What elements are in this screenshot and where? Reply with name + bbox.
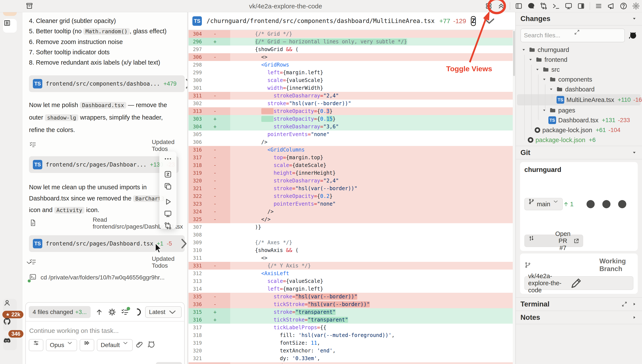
mode-dropdown[interactable]: Default: [97, 339, 133, 351]
more-options-button[interactable]: [579, 177, 633, 231]
topbar-settings-icon[interactable]: [631, 1, 641, 11]
diff-row[interactable]: 336- tickStroke="hsl(var(--border))": [189, 300, 515, 308]
diff-row[interactable]: 342- dx: -4,: [189, 362, 515, 364]
diff-row[interactable]: 314 left={margin.left}: [189, 285, 515, 293]
file-chip-multilinearea[interactable]: TS frontend/src/components/dashboa... +4…: [29, 75, 185, 92]
topbar-chat-bubble-icon[interactable]: [526, 1, 536, 11]
topbar-terminal-icon[interactable]: [551, 1, 561, 11]
topbar-menu-icon[interactable]: [594, 1, 603, 11]
tree-item-multilinearea-tsx[interactable]: TSMultiLineArea.tsx+110-162: [517, 94, 641, 106]
tree-item-package-lock-json[interactable]: package-lock.json+61-104: [516, 125, 642, 135]
chevron-down-icon[interactable]: [25, 259, 179, 268]
scroll-up-button[interactable]: [95, 308, 104, 316]
diff-row[interactable]: 309 {/* Axes */}: [189, 239, 515, 246]
git-section-header[interactable]: Git: [516, 146, 642, 159]
diff-row[interactable]: 310 {showAxis && (: [189, 246, 515, 254]
diff-row[interactable]: 302 stroke="hsl(var(--border))": [189, 100, 515, 107]
composer-settings-button[interactable]: [29, 339, 43, 351]
scrollbar-thumb[interactable]: [513, 31, 515, 76]
collapse-triangle-icon[interactable]: [631, 150, 637, 156]
diff-row[interactable]: 325- </>: [189, 216, 515, 223]
palette-copy-icon[interactable]: [164, 182, 172, 190]
diff-row[interactable]: 313- strokeOpacity={0.3}: [189, 107, 515, 115]
diff-row[interactable]: 322- strokeOpacity={0.2}: [189, 192, 515, 200]
diff-row[interactable]: 306- <>: [189, 53, 515, 61]
edit-branch-icon[interactable]: [570, 277, 629, 290]
diff-row[interactable]: 311 <>: [189, 254, 515, 262]
files-changed-pill[interactable]: 4 files changed +3...: [29, 306, 91, 318]
rail-github-button[interactable]: [3, 317, 17, 331]
diff-row[interactable]: 316+ tickStroke="transparent": [189, 316, 515, 324]
expand-icon[interactable]: [621, 301, 627, 307]
tree-item-dashboard-tsx[interactable]: TSDashboard.tsx+131-233: [516, 115, 642, 125]
diff-row[interactable]: 313 scale={valueScale}: [189, 277, 515, 285]
palette-dots-h-icon[interactable]: [164, 154, 172, 163]
palette-z-logo-icon[interactable]: [164, 170, 172, 178]
topbar-git-compare-icon[interactable]: [539, 1, 548, 11]
diff-row[interactable]: 307 )}: [189, 223, 515, 231]
message-input[interactable]: Continue working on this task...: [26, 322, 184, 334]
expand-triangle-icon[interactable]: [631, 314, 637, 320]
diff-row[interactable]: 301 width={innerWidth}: [189, 84, 515, 92]
z-logo-button[interactable]: Z: [471, 16, 476, 26]
updated-todos-row[interactable]: Updated Todos: [29, 141, 183, 150]
fast-forward-button[interactable]: [80, 339, 94, 351]
notes-section-header[interactable]: Notes: [516, 311, 642, 324]
diff-row[interactable]: 317 tickLabelProps={{: [189, 324, 515, 332]
diff-row[interactable]: 335- stroke="hsl(var(--border))": [189, 293, 515, 300]
search-files-input[interactable]: [524, 32, 571, 39]
diff-row[interactable]: 321- stroke="hsl(var(--border))": [189, 184, 515, 192]
diff-row[interactable]: 318- scale={dateScale}: [189, 162, 515, 169]
attach-button[interactable]: [135, 340, 145, 350]
topbar-monitor-icon[interactable]: [564, 1, 573, 11]
rail-discord-button[interactable]: [3, 336, 17, 350]
collapse-triangle-icon[interactable]: [631, 16, 637, 22]
diff-row[interactable]: 296+ {/* Grid — horizontal lines only, v…: [189, 38, 515, 46]
updated-todos-row-2[interactable]: Updated Todos: [29, 258, 183, 266]
search-files-box[interactable]: [520, 28, 625, 42]
diff-row[interactable]: 317- top={margin.top}: [189, 154, 515, 162]
diff-row[interactable]: 299 left={margin.left}: [189, 69, 515, 76]
palette-git-compare-icon[interactable]: [164, 222, 172, 230]
topbar-collapse-all-icon[interactable]: [496, 1, 506, 11]
diff-row[interactable]: 300 scale={valueScale}: [189, 76, 515, 84]
tree-item-dashboard[interactable]: dashboard: [516, 84, 642, 94]
tree-item-frontend[interactable]: frontend: [516, 55, 642, 64]
changes-section-header[interactable]: Changes: [516, 12, 642, 25]
diff-row[interactable]: 311- strokeDasharray="2,4": [189, 92, 515, 100]
diff-row[interactable]: 304+ strokeDasharray="3,6": [189, 123, 515, 130]
send-button[interactable]: Send: [156, 362, 182, 364]
cat-button[interactable]: [147, 340, 157, 350]
diff-row[interactable]: 315+ stroke="transparent": [189, 308, 515, 316]
diff-row[interactable]: 303+ strokeOpacity={0.15}: [189, 115, 515, 123]
spark-icon[interactable]: [108, 308, 116, 316]
diff-row[interactable]: 316- <GridColumns: [189, 146, 515, 154]
todos-status-icon[interactable]: [121, 308, 129, 316]
tree-item-package-lock-json[interactable]: package-lock.json+6: [516, 135, 642, 145]
working-branch-field[interactable]: vk/4e2a-explore-the-code: [524, 276, 633, 290]
diff-row[interactable]: 319- height={innerHeight}: [189, 169, 515, 177]
topbar-toggle-views-icon[interactable]: [484, 1, 493, 11]
model-dropdown[interactable]: Opus: [46, 339, 77, 351]
topbar-help-icon[interactable]: [619, 1, 628, 11]
file-chip-dashboard-2[interactable]: TS frontend/src/pages/Dashboard.tsx +1 -…: [29, 235, 185, 252]
diff-row[interactable]: 324- />: [189, 208, 515, 216]
open-pr-button[interactable]: Open PR #7: [524, 234, 583, 247]
topbar-sidebar-left-icon[interactable]: [514, 1, 523, 11]
tree-item-src[interactable]: src: [516, 64, 642, 74]
diff-row[interactable]: 298 <GridRows: [189, 61, 515, 69]
diff-row[interactable]: 323- pointerEvents="none": [189, 200, 515, 208]
diff-row[interactable]: 320 textAnchor: 'end',: [189, 347, 515, 354]
diff-row[interactable]: 306 />: [189, 138, 515, 146]
diff-scrollbar[interactable]: [513, 30, 515, 364]
diff-row[interactable]: 308: [189, 231, 515, 239]
diff-row[interactable]: 318 fill: 'hsl(var(--muted-foreground))'…: [189, 332, 515, 339]
palette-monitor-icon[interactable]: [164, 210, 172, 218]
collapse-arrows-icon[interactable]: [574, 29, 621, 42]
topbar-archive-icon[interactable]: [25, 1, 34, 11]
rail-board-button[interactable]: [3, 19, 17, 32]
tree-item-churnguard[interactable]: churnguard: [516, 45, 642, 55]
latest-dropdown[interactable]: Latest: [145, 306, 182, 318]
rail-account-button[interactable]: [3, 299, 17, 312]
cat-icon[interactable]: [628, 31, 638, 40]
